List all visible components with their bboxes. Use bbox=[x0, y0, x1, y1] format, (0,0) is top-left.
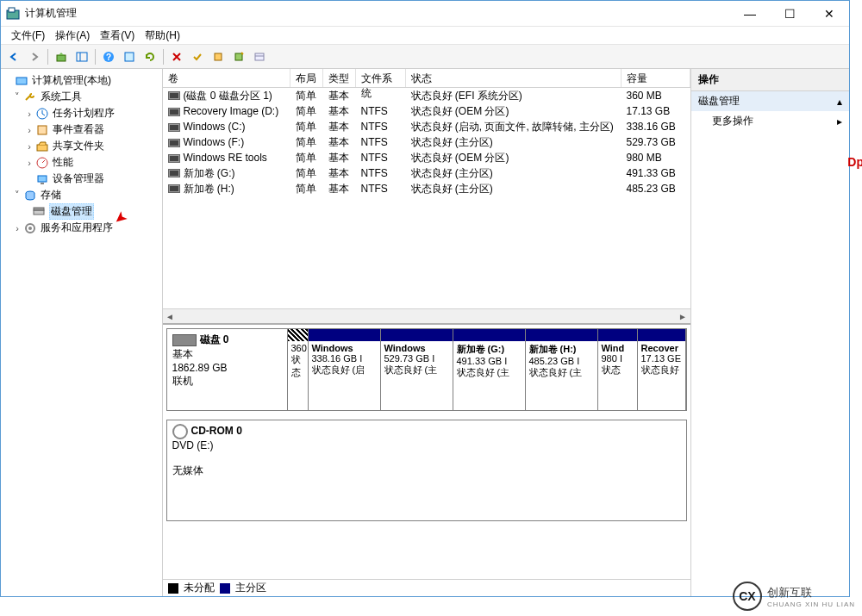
svg-rect-10 bbox=[255, 53, 264, 60]
col-layout[interactable]: 布局 bbox=[290, 69, 323, 87]
menu-action[interactable]: 操作(A) bbox=[50, 27, 95, 45]
titlebar[interactable]: 计算机管理 — ☐ ✕ bbox=[1, 1, 849, 27]
toolbar: ? bbox=[1, 45, 849, 69]
tree-event[interactable]: 事件查看器 bbox=[53, 122, 104, 137]
expand-icon[interactable]: › bbox=[23, 158, 35, 168]
list-button[interactable] bbox=[250, 47, 269, 66]
actions-diskmgmt[interactable]: 磁盘管理▴ bbox=[691, 91, 850, 111]
disk-map[interactable]: 磁盘 0 基本 1862.89 GB 联机 360状态Windows338.16… bbox=[163, 323, 690, 579]
volume-row[interactable]: Recovery Image (D:)简单基本NTFS状态良好 (OEM 分区)… bbox=[163, 103, 690, 119]
tree-storage[interactable]: 存储 bbox=[41, 188, 61, 202]
partition[interactable]: Wind980 I状态 bbox=[598, 329, 638, 410]
nav-tree[interactable]: 计算机管理(本地) ˅系统工具 ›任务计划程序 ›事件查看器 ›共享文件夹 ›性… bbox=[1, 69, 163, 596]
properties-button[interactable] bbox=[120, 47, 139, 66]
new-button[interactable] bbox=[229, 47, 248, 66]
forward-button[interactable] bbox=[25, 47, 44, 66]
volume-list[interactable]: 卷 布局 类型 文件系统 状态 容量 (磁盘 0 磁盘分区 1)简单基本状态良好… bbox=[163, 69, 690, 308]
svg-rect-3 bbox=[77, 53, 87, 61]
truncated-text: Dp bbox=[847, 155, 862, 169]
expand-icon[interactable]: › bbox=[23, 141, 35, 152]
perf-icon bbox=[35, 156, 49, 170]
scroll-right-icon[interactable]: ► bbox=[676, 309, 690, 324]
scroll-left-icon[interactable]: ◄ bbox=[163, 309, 178, 324]
refresh-button[interactable] bbox=[141, 47, 159, 66]
legend-unalloc: 未分配 bbox=[184, 581, 215, 595]
back-button[interactable] bbox=[4, 47, 23, 66]
partition[interactable]: 360状态 bbox=[288, 329, 309, 410]
device-icon bbox=[35, 172, 49, 186]
partition[interactable]: 新加卷 (H:)485.23 GB I状态良好 (主 bbox=[526, 329, 598, 410]
actions-panel: 操作 磁盘管理▴ 更多操作▸ bbox=[691, 69, 850, 596]
scheduler-icon bbox=[35, 107, 49, 121]
expand-icon[interactable]: ˅ bbox=[11, 91, 23, 103]
svg-rect-7 bbox=[125, 53, 134, 61]
partition[interactable]: Windows529.73 GB I状态良好 (主 bbox=[381, 329, 453, 410]
collapse-icon: ▴ bbox=[837, 96, 842, 108]
svg-rect-1 bbox=[9, 8, 15, 12]
partition[interactable]: Recover17.13 GE状态良好 bbox=[638, 329, 686, 410]
actions-more[interactable]: 更多操作▸ bbox=[691, 111, 850, 131]
help-button[interactable]: ? bbox=[99, 47, 118, 66]
close-button[interactable]: ✕ bbox=[809, 1, 849, 27]
tree-systools[interactable]: 系统工具 bbox=[41, 90, 82, 104]
volume-icon bbox=[168, 123, 180, 132]
hscrollbar[interactable]: ◄ ► bbox=[163, 308, 690, 323]
partition[interactable]: Windows338.16 GB I状态良好 (启 bbox=[309, 329, 381, 410]
svg-rect-2 bbox=[57, 55, 66, 61]
volume-row[interactable]: 新加卷 (H:)简单基本NTFS状态良好 (主分区)485.23 GB bbox=[163, 181, 690, 196]
tree-services[interactable]: 服务和应用程序 bbox=[41, 221, 113, 235]
menu-view[interactable]: 查看(V) bbox=[95, 27, 140, 45]
expand-icon[interactable]: › bbox=[23, 125, 35, 135]
expand-icon[interactable]: › bbox=[11, 223, 23, 233]
volume-row[interactable]: Windows (F:)简单基本NTFS状态良好 (主分区)529.73 GB bbox=[163, 134, 690, 150]
expand-icon[interactable]: › bbox=[23, 109, 35, 119]
col-fs[interactable]: 文件系统 bbox=[356, 69, 406, 87]
col-capacity[interactable]: 容量 bbox=[622, 69, 690, 87]
svg-rect-9 bbox=[235, 53, 242, 60]
svg-rect-17 bbox=[38, 176, 47, 182]
tree-scheduler[interactable]: 任务计划程序 bbox=[53, 106, 115, 121]
storage-icon bbox=[23, 189, 37, 202]
diskmgmt-icon bbox=[32, 205, 46, 219]
show-hide-tree-button[interactable] bbox=[72, 47, 91, 66]
action-button[interactable] bbox=[209, 47, 228, 66]
delete-button[interactable] bbox=[167, 47, 186, 66]
submenu-icon: ▸ bbox=[837, 115, 842, 128]
expand-icon[interactable]: ˅ bbox=[11, 190, 23, 201]
watermark-logo: CX bbox=[733, 582, 762, 611]
svg-rect-15 bbox=[37, 145, 47, 151]
svg-rect-12 bbox=[16, 78, 27, 84]
svg-rect-21 bbox=[34, 208, 44, 210]
window-title: 计算机管理 bbox=[25, 6, 730, 21]
volume-row[interactable]: (磁盘 0 磁盘分区 1)简单基本状态良好 (EFI 系统分区)360 MB bbox=[163, 88, 690, 103]
volume-icon bbox=[168, 108, 180, 116]
volume-row[interactable]: Windows (C:)简单基本NTFS状态良好 (启动, 页面文件, 故障转储… bbox=[163, 119, 690, 134]
watermark-sub: CHUANG XIN HU LIAN bbox=[767, 600, 855, 608]
disk-icon bbox=[172, 334, 197, 346]
menu-help[interactable]: 帮助(H) bbox=[140, 27, 185, 45]
tree-root[interactable]: 计算机管理(本地) bbox=[32, 73, 111, 88]
services-icon bbox=[23, 221, 37, 235]
cdrom-row[interactable]: CD-ROM 0 DVD (E:) 无媒体 bbox=[166, 420, 687, 521]
disk-row-0[interactable]: 磁盘 0 基本 1862.89 GB 联机 360状态Windows338.16… bbox=[166, 328, 687, 411]
volume-icon bbox=[168, 184, 180, 193]
volume-row[interactable]: 新加卷 (G:)简单基本NTFS状态良好 (主分区)491.33 GB bbox=[163, 165, 690, 181]
check-button[interactable] bbox=[188, 47, 207, 66]
col-type[interactable]: 类型 bbox=[323, 69, 356, 87]
volume-row[interactable]: Windows RE tools简单基本NTFS状态良好 (OEM 分区)980… bbox=[163, 150, 690, 165]
maximize-button[interactable]: ☐ bbox=[770, 1, 809, 27]
col-status[interactable]: 状态 bbox=[406, 69, 622, 87]
tree-shared[interactable]: 共享文件夹 bbox=[53, 139, 104, 153]
tree-diskmgmt[interactable]: 磁盘管理 bbox=[49, 203, 94, 220]
minimize-button[interactable]: — bbox=[730, 1, 770, 27]
watermark-name: 创新互联 bbox=[767, 585, 855, 600]
svg-rect-8 bbox=[215, 53, 222, 60]
legend: 未分配 主分区 bbox=[163, 579, 690, 596]
tree-perf[interactable]: 性能 bbox=[53, 155, 73, 170]
svg-text:?: ? bbox=[106, 53, 111, 62]
up-button[interactable] bbox=[52, 47, 71, 66]
partition[interactable]: 新加卷 (G:)491.33 GB I状态良好 (主 bbox=[453, 329, 526, 410]
menu-file[interactable]: 文件(F) bbox=[6, 27, 50, 45]
tree-device[interactable]: 设备管理器 bbox=[53, 171, 104, 186]
col-volume[interactable]: 卷 bbox=[163, 69, 290, 87]
